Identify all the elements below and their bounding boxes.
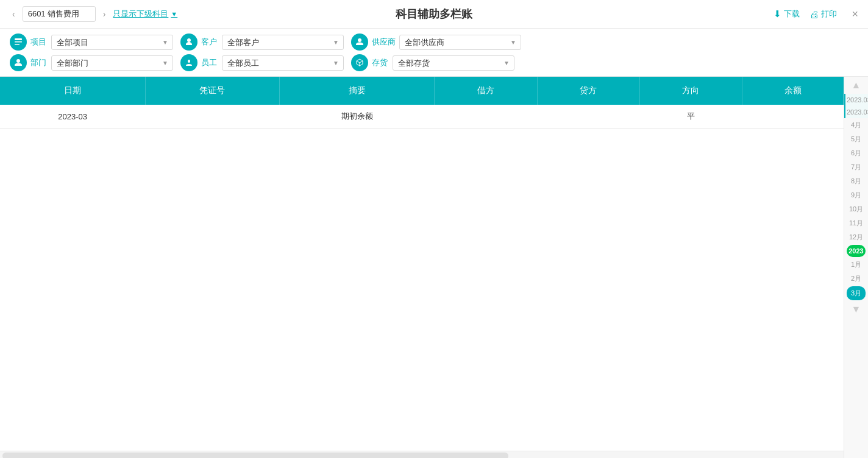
show-sub-button[interactable]: 只显示下级科目 ▼ [113, 9, 177, 19]
filter-row-2: 部门 全部部门 员工 全部员工 [10, 54, 858, 71]
timeline-up-arrow[interactable]: ▲ [848, 77, 865, 94]
department-select[interactable]: 全部部门 [51, 55, 173, 71]
employee-select[interactable]: 全部员工 [222, 55, 344, 71]
table-row: 2023-03 期初余额 平 [0, 105, 844, 129]
supplier-select-wrapper: 全部供应商 [399, 35, 521, 50]
filter-row-1: 项目 全部项目 客户 全部客户 [10, 33, 858, 51]
col-summary: 摘要 [280, 77, 435, 105]
timeline-item-7[interactable]: 7月 [844, 160, 868, 174]
top-actions: ⬇ 下载 🖨 打印 × [774, 8, 858, 21]
filter-item-inventory: 存货 全部存货 [351, 54, 514, 71]
download-label: 下载 [784, 9, 800, 19]
print-label: 打印 [821, 9, 837, 19]
inventory-icon [351, 54, 368, 71]
cell-date: 2023-03 [0, 105, 145, 129]
timeline-down-arrow[interactable]: ▼ [848, 301, 865, 318]
col-debit: 借方 [435, 77, 537, 105]
supplier-select[interactable]: 全部供应商 [399, 35, 521, 50]
inventory-select[interactable]: 全部存货 [393, 55, 514, 71]
col-voucher: 凭证号 [145, 77, 280, 105]
customer-label: 客户 [201, 37, 218, 48]
timeline-item-1[interactable]: 1月 [844, 258, 868, 272]
supplier-icon [351, 33, 368, 51]
scroll-thumb[interactable] [2, 453, 508, 458]
svg-line-8 [360, 61, 363, 63]
cell-debit [435, 105, 537, 129]
svg-rect-0 [15, 38, 22, 40]
prev-account-btn[interactable]: ‹ [10, 8, 18, 20]
timeline-item-11[interactable]: 11月 [844, 216, 868, 230]
inventory-select-wrapper: 全部存货 [393, 55, 514, 71]
timeline-item-12[interactable]: 12月 [844, 230, 868, 244]
filter-item-supplier: 供应商 全部供应商 [351, 33, 521, 51]
cell-voucher [145, 105, 280, 129]
timeline-item-4[interactable]: 4月 [844, 118, 868, 132]
timeline-year-2023[interactable]: 2023 [847, 245, 866, 257]
cell-credit [537, 105, 639, 129]
svg-rect-2 [15, 44, 20, 45]
cell-direction: 平 [639, 105, 742, 129]
col-balance: 余额 [742, 77, 844, 105]
next-account-btn[interactable]: › [101, 8, 108, 20]
col-credit: 贷方 [537, 77, 639, 105]
timeline-item-2023-03-bot[interactable]: 2023.03 [844, 106, 868, 118]
project-select[interactable]: 全部项目 [51, 35, 173, 50]
filter-item-project: 项目 全部项目 [10, 33, 173, 51]
table-header-row: 日期 凭证号 摘要 借方 贷方 方向 余额 [0, 77, 844, 105]
inventory-label: 存货 [372, 57, 389, 68]
project-label: 项目 [30, 37, 48, 48]
timeline-item-9[interactable]: 9月 [844, 188, 868, 202]
svg-rect-1 [15, 41, 22, 43]
timeline-item-5[interactable]: 5月 [844, 132, 868, 146]
svg-point-4 [16, 59, 20, 63]
cell-summary: 期初余额 [280, 105, 435, 129]
customer-icon [180, 33, 197, 51]
filter-item-customer: 客户 全部客户 [180, 33, 344, 51]
filter-item-employee: 员工 全部员工 [180, 54, 344, 71]
employee-label: 员工 [201, 57, 218, 68]
close-button[interactable]: × [852, 8, 858, 21]
show-sub-label: 只显示下级科目 [113, 9, 168, 19]
timeline-item-10[interactable]: 10月 [844, 202, 868, 216]
timeline-item-2[interactable]: 2月 [844, 272, 868, 286]
svg-point-3 [358, 38, 361, 42]
print-icon: 🖨 [809, 9, 819, 19]
table-container[interactable]: 日期 凭证号 摘要 借方 贷方 方向 余额 2023-03 期初余额 [0, 77, 844, 451]
customer-select[interactable]: 全部客户 [222, 35, 344, 50]
department-select-wrapper: 全部部门 [51, 55, 173, 71]
filter-bar: 项目 全部项目 客户 全部客户 [0, 29, 868, 77]
show-sub-arrow: ▼ [171, 10, 177, 18]
department-label: 部门 [30, 57, 48, 68]
project-icon [10, 33, 27, 51]
col-date: 日期 [0, 77, 145, 105]
main-content: 日期 凭证号 摘要 借方 贷方 方向 余额 2023-03 期初余额 [0, 77, 868, 458]
side-timeline: ▲ 2023.03 2023.03 4月 5月 6月 7月 8月 9月 10月 … [844, 77, 868, 458]
svg-line-7 [357, 61, 360, 63]
main-window: ‹ 6601 销售费用 › 只显示下级科目 ▼ 科目辅助多栏账 ⬇ 下载 🖨 打… [0, 0, 868, 458]
download-button[interactable]: ⬇ 下载 [774, 8, 800, 21]
department-icon [10, 54, 27, 71]
timeline-item-6[interactable]: 6月 [844, 146, 868, 160]
employee-select-wrapper: 全部员工 [222, 55, 344, 71]
cell-balance [742, 105, 844, 129]
timeline-item-2023-03-top[interactable]: 2023.03 [844, 94, 868, 106]
col-direction: 方向 [639, 77, 742, 105]
horizontal-scrollbar[interactable] [0, 451, 844, 458]
top-bar: ‹ 6601 销售费用 › 只显示下级科目 ▼ 科目辅助多栏账 ⬇ 下载 🖨 打… [0, 0, 868, 29]
project-select-wrapper: 全部项目 [51, 35, 173, 50]
data-table: 日期 凭证号 摘要 借方 贷方 方向 余额 2023-03 期初余额 [0, 77, 844, 129]
download-icon: ⬇ [774, 9, 781, 19]
print-button[interactable]: 🖨 打印 [809, 8, 837, 21]
supplier-label: 供应商 [372, 37, 396, 48]
timeline-item-3-active[interactable]: 3月 [847, 286, 866, 300]
account-code: 6601 销售费用 [23, 6, 96, 22]
page-title: 科目辅助多栏账 [396, 7, 472, 21]
filter-item-department: 部门 全部部门 [10, 54, 173, 71]
timeline-item-8[interactable]: 8月 [844, 174, 868, 188]
employee-icon [180, 54, 197, 71]
customer-select-wrapper: 全部客户 [222, 35, 344, 50]
svg-rect-5 [188, 60, 190, 63]
